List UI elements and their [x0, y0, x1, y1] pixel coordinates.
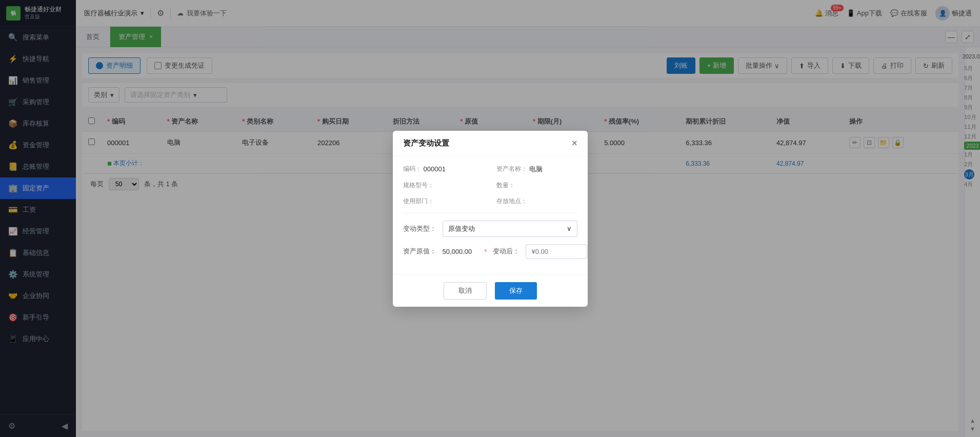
spec-label: 规格型号：	[403, 181, 434, 190]
after-value-input[interactable]	[526, 244, 587, 259]
save-button[interactable]: 保存	[495, 282, 537, 300]
dialog-field-location: 存放地点：	[496, 197, 577, 206]
dialog-overlay: 资产变动设置 × 编码： 000001 资产名称： 电脑	[0, 0, 980, 437]
change-type-select[interactable]: 原值变动 ∨	[443, 221, 577, 237]
dialog-row-3: 使用部门： 存放地点：	[403, 197, 577, 206]
dialog-field-quantity: 数量：	[496, 181, 577, 190]
dialog-row-2: 规格型号： 数量：	[403, 181, 577, 190]
name-label: 资产名称：	[496, 165, 527, 173]
change-type-label: 变动类型：	[403, 224, 436, 233]
dialog-change-type-row: 变动类型： 原值变动 ∨	[403, 221, 577, 237]
dialog-field-dept: 使用部门：	[403, 197, 484, 206]
dialog-footer: 取消 保存	[393, 274, 588, 307]
code-label: 编码：	[403, 165, 422, 173]
dialog-close-btn[interactable]: ×	[572, 138, 577, 149]
location-label: 存放地点：	[496, 197, 527, 206]
name-value: 电脑	[529, 165, 543, 174]
quantity-label: 数量：	[496, 181, 515, 190]
change-type-value: 原值变动	[448, 224, 475, 233]
dept-label: 使用部门：	[403, 197, 434, 206]
code-value: 000001	[424, 165, 446, 173]
required-star: *	[484, 248, 487, 255]
dialog-title: 资产变动设置	[403, 138, 449, 148]
asset-change-dialog: 资产变动设置 × 编码： 000001 资产名称： 电脑	[393, 131, 588, 307]
change-type-arrow: ∨	[567, 225, 572, 232]
original-value: 50,000.00	[443, 248, 472, 255]
dialog-header: 资产变动设置 ×	[393, 131, 588, 156]
dialog-value-row: 资产原值： 50,000.00 * 变动后：	[403, 244, 577, 259]
dialog-field-code: 编码： 000001	[403, 165, 484, 174]
dialog-divider	[403, 213, 577, 213]
dialog-field-name: 资产名称： 电脑	[496, 165, 577, 174]
dialog-body: 编码： 000001 资产名称： 电脑 规格型号：	[393, 156, 588, 274]
cancel-button[interactable]: 取消	[444, 282, 487, 300]
after-label: 变动后：	[493, 247, 519, 256]
dialog-field-spec: 规格型号：	[403, 181, 484, 190]
dialog-row-1: 编码： 000001 资产名称： 电脑	[403, 165, 577, 174]
original-value-label: 资产原值：	[403, 247, 436, 256]
